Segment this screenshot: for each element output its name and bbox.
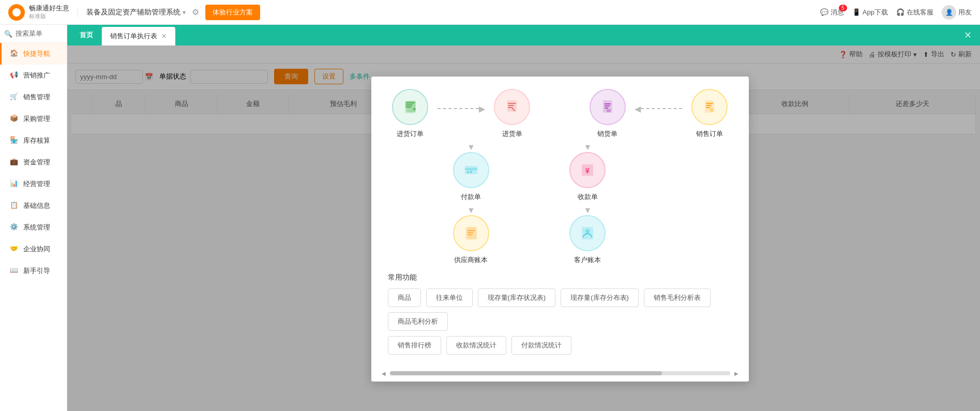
guide-icon: 📖 (10, 266, 19, 276)
inventory-icon: 🏪 (10, 136, 19, 145)
flow-node-payment[interactable]: ¥ 付款单 (453, 152, 489, 202)
svg-point-0 (12, 8, 21, 17)
tab-bar-close-btn[interactable]: ✕ (960, 29, 976, 41)
spacer-a2-3 (625, 206, 667, 215)
supplier-account-icon (453, 215, 489, 251)
scroll-thumb[interactable] (390, 371, 662, 375)
sidebar-item-operation[interactable]: 📊 经营管理 (0, 173, 67, 195)
receipt-label: 收款单 (578, 192, 598, 202)
svg-rect-18 (467, 227, 476, 239)
logo-sub: 标准版 (29, 12, 69, 20)
topbar-separator (78, 7, 78, 18)
spacer-a2-1 (397, 206, 433, 215)
sidebar: 🔍 搜索菜单 🏠 快捷导航 📢 营销推广 🛒 销售管理 📦 采购管理 🏪 (0, 25, 67, 411)
func-btn-payment-stat[interactable]: 付款情况统计 (511, 336, 571, 355)
spacer-a2-4 (686, 206, 722, 215)
user-area[interactable]: 👤 用友 (942, 5, 972, 20)
avatar: 👤 (942, 5, 956, 20)
sidebar-item-basic-info[interactable]: 📋 基础信息 (0, 195, 67, 217)
purchase-order-icon (392, 89, 428, 125)
user-name: 用友 (958, 8, 972, 17)
arrow-purchase-to-bill: ▶ (438, 104, 485, 114)
purchase-bill-icon (494, 89, 530, 125)
common-functions: 常用功能 商品 往来单位 现存量(库存状况表) 现存量(库存分布表) 销售毛利分… (388, 273, 732, 355)
sidebar-item-system[interactable]: ⚙️ 系统管理 (0, 217, 67, 238)
purchase-bill-label: 进货单 (502, 129, 522, 139)
scroll-right-btn[interactable]: ▶ (732, 369, 741, 377)
system-title-area[interactable]: 装备及固定资产辅助管理系统 ▾ (86, 8, 186, 17)
flow-node-customer-account[interactable]: 客户账本 (569, 215, 606, 265)
experience-btn[interactable]: 体验行业方案 (205, 5, 260, 20)
func-btn-stock-dist[interactable]: 现存量(库存分布表) (561, 288, 639, 307)
sidebar-item-label: 销售管理 (23, 93, 50, 102)
func-btn-receipt-stat[interactable]: 收款情况统计 (446, 336, 506, 355)
func-btn-sales-rank[interactable]: 销售排行榜 (388, 336, 441, 355)
sidebar-item-inventory[interactable]: 🏪 库存核算 (0, 130, 67, 151)
sidebar-item-enterprise[interactable]: 🤝 企业协同 (0, 238, 67, 260)
sales-icon: 🛒 (10, 93, 19, 102)
tab-sales-order-label: 销售订单执行表 (110, 32, 157, 41)
func-btn-sales-margin[interactable]: 销售毛利分析表 (644, 288, 711, 307)
modal-dialog: 进货订单 ▶ (371, 77, 749, 382)
system-title: 装备及固定资产辅助管理系统 (86, 8, 180, 17)
sidebar-item-quick-nav[interactable]: 🏠 快捷导航 (0, 43, 67, 65)
func-btn-partner[interactable]: 往来单位 (426, 288, 473, 307)
sidebar-item-label: 营销推广 (23, 71, 50, 80)
sales-order-label: 销售订单 (696, 129, 723, 139)
settings-icon[interactable]: ⚙ (192, 7, 199, 17)
tab-home-label: 首页 (80, 31, 93, 40)
tab-home[interactable]: 首页 (71, 25, 102, 45)
sidebar-item-marketing[interactable]: 📢 营销推广 (0, 65, 67, 86)
sidebar-item-label: 快捷导航 (23, 49, 50, 58)
tab-sales-order[interactable]: 销售订单执行表 ✕ (102, 27, 175, 45)
arrow-down-purchase: ▼ (453, 143, 489, 152)
online-service-btn[interactable]: 🎧 在线客服 (896, 8, 933, 17)
sidebar-search[interactable]: 🔍 搜索菜单 (0, 25, 67, 43)
arrows-down-row: ▼ ▼ (388, 143, 732, 152)
func-btn-product[interactable]: 商品 (388, 288, 421, 307)
logo-text: 畅康通好生意 (29, 4, 69, 12)
svg-text:¥: ¥ (585, 166, 590, 175)
svg-point-13 (467, 171, 469, 173)
svg-rect-8 (607, 109, 611, 112)
sidebar-item-label: 资金管理 (23, 158, 50, 167)
tab-bar: 首页 销售订单执行表 ✕ ✕ (67, 25, 980, 45)
sales-bill-label: 销货单 (597, 129, 617, 139)
flow-node-supplier-account[interactable]: 供应商账本 (453, 215, 489, 265)
tab-close-icon[interactable]: ✕ (161, 33, 167, 40)
top-bar: 畅康通好生意 标准版 装备及固定资产辅助管理系统 ▾ ⚙ 体验行业方案 💬 消息… (0, 0, 980, 25)
sidebar-item-label: 采购管理 (23, 114, 50, 124)
scroll-track[interactable] (390, 371, 730, 375)
flow-node-receipt[interactable]: ¥ 收款单 (569, 152, 606, 202)
common-title: 常用功能 (388, 273, 732, 282)
payment-label: 付款单 (461, 192, 481, 202)
flow-row-2: ¥ 付款单 (388, 152, 732, 202)
logo-icon (8, 4, 25, 21)
message-btn[interactable]: 💬 消息 5 (820, 8, 844, 17)
func-btn-stock-status[interactable]: 现存量(库存状况表) (478, 288, 556, 307)
flow-row-1: 进货订单 ▶ (388, 89, 732, 139)
sidebar-item-sales[interactable]: 🛒 销售管理 (0, 86, 67, 108)
sidebar-item-guide[interactable]: 📖 新手引导 (0, 260, 67, 282)
sidebar-item-purchase[interactable]: 📦 采购管理 (0, 108, 67, 130)
customer-account-label: 客户账本 (574, 255, 601, 265)
app-download-btn[interactable]: 📱 App下载 (852, 8, 888, 17)
flow-node-sales-bill[interactable]: 销货单 (590, 89, 626, 139)
sidebar-item-finance[interactable]: 💼 资金管理 (0, 151, 67, 173)
arrow-sales-order-to-bill: ◀ (635, 104, 682, 114)
flow-node-purchase-order[interactable]: 进货订单 (392, 89, 428, 139)
scroll-left-btn[interactable]: ◀ (380, 369, 388, 377)
spacer-a2-2 (509, 206, 550, 215)
func-btn-product-margin[interactable]: 商品毛利分析 (388, 312, 448, 331)
sidebar-item-label: 经营管理 (23, 179, 50, 189)
search-icon: 🔍 (4, 30, 12, 38)
enterprise-icon: 🤝 (10, 245, 19, 254)
finance-icon: 💼 (10, 158, 19, 167)
modal-body: 进货订单 ▶ (371, 77, 749, 367)
flow-node-sales-order[interactable]: 销售订单 (691, 89, 728, 139)
search-label: 搜索菜单 (16, 29, 42, 38)
flow-node-purchase-bill[interactable]: 进货单 (494, 89, 530, 139)
modal-overlay[interactable]: 进货订单 ▶ (67, 45, 980, 411)
spacer-arrow-1 (397, 143, 433, 152)
purchase-icon: 📦 (10, 114, 19, 124)
